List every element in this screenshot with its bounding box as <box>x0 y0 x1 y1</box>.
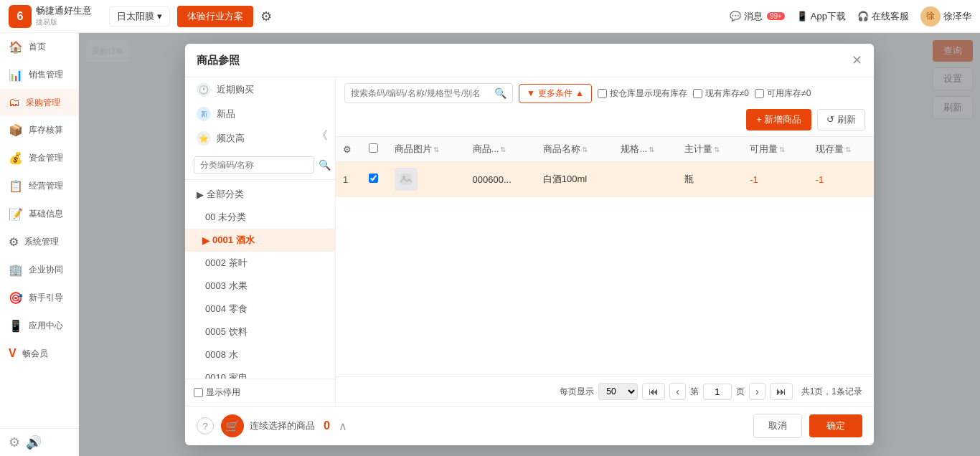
table-row[interactable]: 1 <box>336 162 874 197</box>
col-unit-sort-icon: ⇅ <box>714 146 720 153</box>
logo-icon: 6 <box>9 5 32 28</box>
cat-00[interactable]: 00 未分类 <box>185 206 335 229</box>
select-all-checkbox[interactable] <box>369 143 378 153</box>
stock-ne0-label[interactable]: 现有库存≠0 <box>693 87 749 100</box>
warehouse-checkbox-label[interactable]: 按仓库显示现有库存 <box>598 87 687 100</box>
cat-0005[interactable]: 0005 饮料 <box>185 320 335 343</box>
cat-0001-label: 0001 酒水 <box>212 234 255 247</box>
cancel-button[interactable]: 取消 <box>753 414 802 438</box>
th-settings[interactable]: ⚙ <box>336 137 362 162</box>
cat-item-recent[interactable]: 🕐 近期购买 <box>185 77 309 102</box>
cat-0003[interactable]: 0003 水果 <box>185 275 335 298</box>
product-image-placeholder <box>399 172 413 186</box>
pagination-total: 共1页，1条记录 <box>801 386 862 398</box>
cat-item-new[interactable]: 新 新品 <box>185 102 309 126</box>
sidebar-system-label: 系统管理 <box>24 236 59 248</box>
add-product-button[interactable]: + 新增商品 <box>746 109 811 130</box>
sidebar-item-basic[interactable]: 📝 基础信息 <box>0 200 78 228</box>
warehouse-checkbox[interactable] <box>598 89 607 98</box>
stock-ne0-checkbox[interactable] <box>693 89 702 98</box>
sidebar-item-inventory[interactable]: 📦 库存核算 <box>0 116 78 144</box>
col-code-sort[interactable]: 商品... ⇅ <box>473 143 529 156</box>
modal-close-button[interactable]: ✕ <box>852 52 862 68</box>
cell-rownum: 1 <box>336 162 362 197</box>
sidebar-item-home[interactable]: 🏠 首页 <box>0 33 78 61</box>
usable-ne0-checkbox[interactable] <box>755 89 764 98</box>
modal-title: 商品参照 <box>197 54 240 67</box>
trial-button[interactable]: 体验行业方案 <box>177 6 253 27</box>
col-stock-sort[interactable]: 现存量 ⇅ <box>816 143 867 156</box>
sidebar-member-label: 畅会员 <box>22 348 48 360</box>
product-search-input[interactable] <box>345 85 489 102</box>
logo-area: 6 畅捷通好生意 捷易版 <box>9 5 102 28</box>
refresh-button[interactable]: ↺ 刷新 <box>817 109 865 130</box>
cat-0002[interactable]: 0002 茶叶 <box>185 252 335 275</box>
main-content: 采购订单 查询 设置 刷新 商品参照 ✕ <box>79 33 980 456</box>
sidebar-collab-label: 企业协同 <box>29 264 63 276</box>
store-selector[interactable]: 日太阳膜 ▾ <box>109 6 170 27</box>
cell-checkbox <box>362 162 387 197</box>
col-spec-sort[interactable]: 规格... ⇅ <box>621 143 670 156</box>
sidebar-item-sales[interactable]: 📊 销售管理 <box>0 61 78 89</box>
collapse-panel-button[interactable]: 《 <box>312 124 332 148</box>
product-modal: 商品参照 ✕ 🕐 近期购买 <box>185 44 874 445</box>
first-page-button[interactable]: ⏮ <box>642 383 665 400</box>
sidebar-item-member[interactable]: V 畅会员 <box>0 340 78 367</box>
per-page-select[interactable]: 50 10 20 100 <box>598 383 638 400</box>
cat-0010[interactable]: 0010 家电 <box>185 366 335 379</box>
volume-icon[interactable]: 🔊 <box>26 434 42 450</box>
service-item[interactable]: 🎧 在线客服 <box>857 10 909 23</box>
next-page-button[interactable]: › <box>749 383 765 400</box>
headset-icon: 🎧 <box>857 11 869 22</box>
sidebar-item-operations[interactable]: 📋 经营管理 <box>0 172 78 200</box>
col-unit-sort[interactable]: 主计量 ⇅ <box>684 143 735 156</box>
col-usable-sort[interactable]: 可用量 ⇅ <box>750 143 801 156</box>
column-settings-icon[interactable]: ⚙ <box>343 144 352 155</box>
show-disabled-label[interactable]: 显示停用 <box>194 386 240 399</box>
help-icon-button[interactable]: ? <box>197 417 214 434</box>
sidebar-operations-label: 经营管理 <box>29 180 63 192</box>
sidebar-item-collab[interactable]: 🏢 企业协同 <box>0 256 78 284</box>
operations-icon: 📋 <box>9 179 23 193</box>
sidebar-item-purchase[interactable]: 🗂 采购管理 <box>0 89 78 116</box>
usable-ne0-label[interactable]: 可用库存≠0 <box>755 87 811 100</box>
filter-icon: ▼ <box>527 88 535 98</box>
filter-button[interactable]: ▼ 更多条件 ▲ <box>519 84 592 103</box>
col-usable-sort-icon: ⇅ <box>779 146 785 153</box>
sidebar-item-system[interactable]: ⚙ 系统管理 <box>0 228 78 256</box>
row-checkbox[interactable] <box>369 174 378 183</box>
cat-all[interactable]: ▶ 全部分类 <box>185 183 335 206</box>
cart-icon: 🛒 <box>221 414 244 437</box>
cat-search-icon[interactable]: 🔍 <box>319 159 331 171</box>
cell-code: 000600... <box>466 162 536 197</box>
page-number-input[interactable] <box>703 384 732 400</box>
sidebar-item-apps[interactable]: 📱 应用中心 <box>0 312 78 340</box>
last-page-button[interactable]: ⏭ <box>770 383 793 400</box>
col-name-sort[interactable]: 商品名称 ⇅ <box>543 143 607 156</box>
settings-icon[interactable]: ⚙ <box>260 9 272 24</box>
cat-0004[interactable]: 0004 零食 <box>185 298 335 320</box>
app-download-item[interactable]: 📱 App下载 <box>796 10 846 23</box>
confirm-button[interactable]: 确定 <box>809 414 862 437</box>
user-item[interactable]: 徐 徐泽华 <box>920 6 971 27</box>
cat-0008[interactable]: 0008 水 <box>185 343 335 366</box>
show-disabled-checkbox[interactable] <box>194 388 203 397</box>
prev-page-button[interactable]: ‹ <box>669 383 686 400</box>
cat-item-frequent[interactable]: ⭐ 频次高 <box>185 126 309 151</box>
modal-overlay: 商品参照 ✕ 🕐 近期购买 <box>79 33 980 456</box>
cat-0001[interactable]: ▶ 0001 酒水 <box>185 229 335 252</box>
sidebar-item-guide[interactable]: 🎯 新手引导 <box>0 284 78 312</box>
filter-label: 更多条件 <box>538 87 573 100</box>
cat-footer: 显示停用 <box>185 379 335 406</box>
col-image-sort[interactable]: 商品图片 ⇅ <box>395 143 458 156</box>
cat-0002-label: 0002 茶叶 <box>205 257 248 270</box>
phone-icon: 📱 <box>796 11 808 22</box>
product-search-button[interactable]: 🔍 <box>489 84 512 103</box>
collapse-footer-icon[interactable]: ∧ <box>339 419 347 433</box>
sidebar-item-finance[interactable]: 💰 资金管理 <box>0 144 78 172</box>
cat-search-input[interactable] <box>194 156 314 174</box>
messages-item[interactable]: 💬 消息 99+ <box>730 10 785 23</box>
modal-header: 商品参照 ✕ <box>185 44 874 77</box>
settings-bottom-icon[interactable]: ⚙ <box>9 434 20 450</box>
svg-rect-0 <box>400 174 412 185</box>
